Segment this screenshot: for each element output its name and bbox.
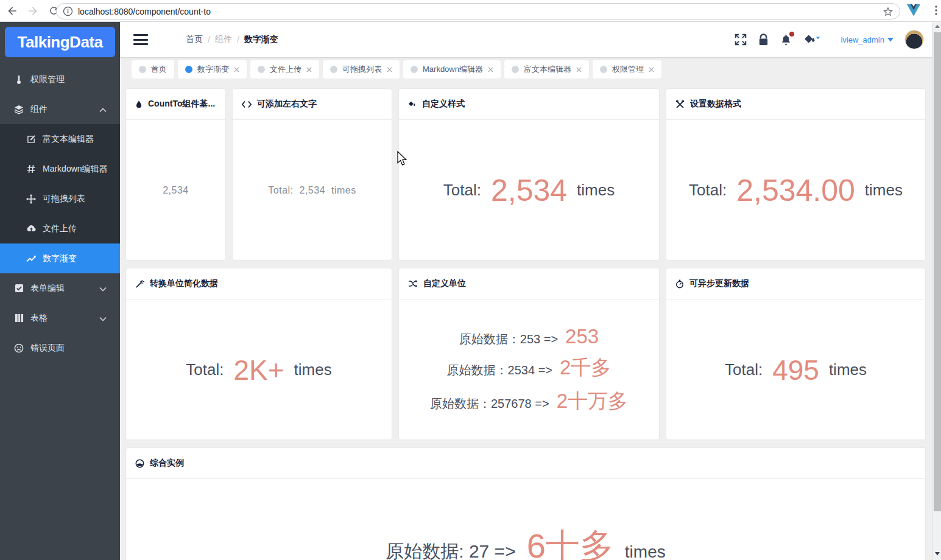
page-info-icon[interactable] — [63, 6, 73, 16]
sidebar-item-table[interactable]: 表格 — [0, 303, 120, 333]
count-value: 2,534 — [299, 185, 325, 195]
card-title: 可异步更新数据 — [689, 278, 749, 289]
tab-rich-text-editor[interactable]: 富文本编辑器 — [504, 60, 589, 79]
scroll-down-arrow[interactable] — [934, 551, 940, 556]
paint-bucket-icon[interactable] — [803, 33, 820, 46]
card-custom-style: 自定义样式 Total: 2,534 times — [398, 88, 660, 261]
count-prefix: Total: — [268, 185, 293, 195]
tab-dot — [258, 66, 265, 73]
sidebar-submenu-components: 富文本编辑器 Markdown编辑器 可拖拽列表 — [0, 124, 120, 273]
fullscreen-icon[interactable] — [735, 33, 747, 46]
sidebar-item-rich-text-editor[interactable]: 富文本编辑器 — [0, 124, 120, 154]
unit-row: 原始数据：257678 => 2十万多 — [430, 388, 628, 415]
header-actions: iview_admin — [735, 30, 924, 49]
cloud-upload-icon — [26, 225, 37, 233]
close-icon[interactable] — [387, 67, 392, 72]
app-logo[interactable]: TalkingData — [5, 27, 115, 57]
sidebar-item-permission[interactable]: 权限管理 — [0, 65, 120, 94]
count-suffix: times — [865, 181, 903, 200]
tab-label: 可拖拽列表 — [342, 64, 382, 75]
tab-permission[interactable]: 权限管理 — [593, 60, 661, 79]
browser-menu-button[interactable] — [930, 4, 941, 19]
count-suffix: times — [577, 181, 615, 200]
sidebar-item-file-upload[interactable]: 文件上传 — [0, 214, 120, 243]
chevron-down-icon — [99, 313, 107, 323]
close-icon[interactable] — [488, 67, 493, 72]
card-unit-simplify: 转换单位简化数据 Total: 2K+ times — [125, 268, 392, 440]
tab-home[interactable]: 首页 — [132, 60, 174, 79]
sidebar-item-count-to[interactable]: 数字渐变 — [0, 243, 120, 273]
url-text[interactable]: localhost:8080/component/count-to — [78, 7, 883, 16]
hammer-wrench-icon — [675, 100, 685, 109]
card-count-to-basic: CountTo组件基... 2,534 — [125, 88, 226, 261]
tab-count-to[interactable]: 数字渐变 — [178, 60, 247, 79]
count-prefix: Total: — [186, 360, 224, 379]
breadcrumb-components[interactable]: 组件 — [215, 34, 232, 45]
close-icon[interactable] — [234, 67, 239, 72]
scroll-up-arrow[interactable] — [934, 24, 940, 29]
tab-dot — [185, 66, 192, 73]
hamburger-menu-button[interactable] — [133, 34, 148, 45]
lock-icon[interactable] — [758, 33, 769, 46]
stopwatch-icon — [675, 279, 684, 289]
close-icon[interactable] — [649, 67, 654, 72]
checkbox-icon — [13, 284, 24, 293]
thermometer-icon — [13, 75, 24, 85]
tab-dot — [512, 66, 519, 73]
shuffle-icon — [408, 279, 418, 288]
sad-face-icon — [13, 343, 24, 353]
browser-forward-button[interactable] — [24, 2, 41, 19]
page-scrollbar[interactable] — [932, 22, 941, 560]
sidebar-item-draggable-list[interactable]: 可拖拽列表 — [0, 184, 120, 214]
trending-up-icon — [26, 255, 37, 262]
unit-row: 原始数据：253 => 253 — [459, 325, 599, 348]
browser-back-button[interactable] — [4, 2, 21, 19]
close-icon[interactable] — [576, 67, 582, 72]
url-bar[interactable]: localhost:8080/component/count-to — [56, 3, 900, 19]
unit-row: 原始数据：2534 => 2千多 — [447, 354, 611, 382]
avatar[interactable] — [904, 30, 924, 49]
breadcrumb-separator: / — [237, 35, 239, 44]
tab-label: 首页 — [151, 64, 167, 75]
user-menu[interactable]: iview_admin — [841, 35, 893, 44]
count-suffix: times — [294, 360, 332, 379]
unit-row-label: 原始数据：253 => — [459, 331, 558, 348]
app-page: TalkingData 权限管理 组件 — [0, 22, 941, 560]
breadcrumb-home[interactable]: 首页 — [186, 34, 203, 45]
count-value: 6十多 — [527, 523, 614, 560]
sidebar-item-label: 文件上传 — [43, 223, 77, 234]
open-tabs-bar: 首页 数字渐变 文件上传 可拖拽列表 — [120, 57, 932, 82]
notification-bell-icon[interactable] — [780, 33, 792, 46]
unit-row-value: 253 — [565, 325, 599, 348]
unit-row-label: 原始数据：257678 => — [430, 396, 549, 412]
table-icon — [13, 313, 24, 323]
scrollbar-thumb[interactable] — [934, 32, 941, 511]
sidebar-item-label: 错误页面 — [30, 343, 65, 354]
tab-dot — [411, 66, 418, 73]
code-icon — [242, 100, 252, 108]
sidebar-item-label: Markdown编辑器 — [43, 164, 108, 175]
caret-down-icon — [887, 38, 893, 42]
tab-markdown-editor[interactable]: Markdown编辑器 — [403, 60, 501, 79]
count-prefix: Total: — [443, 181, 481, 200]
sidebar-item-form-editor[interactable]: 表单编辑 — [0, 273, 120, 303]
tab-file-upload[interactable]: 文件上传 — [250, 60, 319, 79]
tab-draggable-list[interactable]: 可拖拽列表 — [323, 60, 400, 79]
sidebar-item-components[interactable]: 组件 — [0, 94, 120, 124]
close-icon[interactable] — [306, 67, 312, 72]
count-value: 2,534 — [163, 185, 189, 196]
count-value: 495 — [772, 354, 819, 387]
pound-icon — [26, 164, 37, 173]
bookmark-star-icon[interactable] — [883, 6, 893, 17]
sidebar-item-error-page[interactable]: 错误页面 — [0, 333, 120, 363]
vue-devtools-icon[interactable] — [906, 4, 921, 19]
tab-label: 富文本编辑器 — [524, 64, 571, 75]
chevron-up-icon — [99, 105, 107, 114]
count-prefix: Total: — [689, 181, 727, 200]
unit-row-label: 原始数据：2534 => — [447, 362, 552, 379]
paint-bucket-small-icon — [408, 100, 417, 109]
sidebar-item-label: 数字渐变 — [43, 253, 77, 264]
card-data-format: 设置数据格式 Total: 2,534.00 times — [666, 88, 926, 261]
sidebar-item-markdown-editor[interactable]: Markdown编辑器 — [0, 154, 120, 184]
sidebar: TalkingData 权限管理 组件 — [0, 22, 120, 560]
